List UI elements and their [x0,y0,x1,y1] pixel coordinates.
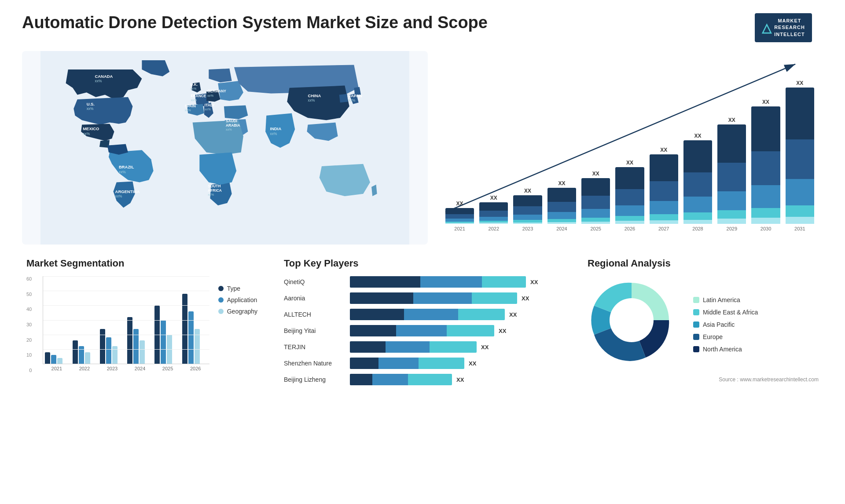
svg-text:xx%: xx% [205,107,211,111]
bar-group: XX2026 [615,160,644,231]
seg-bar-group [73,276,96,364]
svg-text:xx%: xx% [83,131,90,136]
legend-geography-dot [218,309,224,314]
svg-text:xx%: xx% [185,108,191,112]
seg-bar-group [45,276,69,364]
svg-text:xx%: xx% [270,131,277,136]
header: Automatic Drone Detection System Market … [22,13,823,42]
player-row: TERJINXX [284,341,561,353]
svg-text:xx%: xx% [190,87,196,91]
legend-type-label: Type [227,285,240,292]
bar-group: XX2028 [683,133,712,231]
svg-text:ARABIA: ARABIA [226,123,240,128]
page-title: Automatic Drone Detection System Market … [22,13,744,32]
seg-legend: Type Application Geography [218,276,257,315]
legend-geography-label: Geography [227,308,257,315]
bar-chart-container: XX2021XX2022XX2023XX2024XX2025XX2026XX20… [445,51,823,245]
bar-group: XX2023 [513,188,542,231]
regional-legend: Latin America Middle East & Africa Asia … [693,296,758,353]
logo-icon: △ [762,21,772,35]
reg-dot-mea [693,309,699,315]
svg-text:U.S.: U.S. [87,102,95,106]
reg-asia-pacific: Asia Pacific [693,321,758,328]
reg-label-latin: Latin America [703,296,740,303]
seg-bar-group [100,276,124,364]
bar-group: XX2025 [581,171,610,231]
regional-container: Regional Analysis [583,258,823,491]
players-title: Top Key Players [284,258,561,269]
top-section: CANADA xx% U.S. xx% MEXICO xx% BRAZIL xx… [22,51,823,245]
seg-bar-group [154,276,178,364]
bar-group: XX2031 [786,80,814,231]
svg-text:xx%: xx% [207,94,213,98]
svg-text:ITALY: ITALY [205,103,215,107]
segmentation-container: Market Segmentation 60 50 40 30 20 10 0 [22,258,262,491]
svg-text:xx%: xx% [87,106,94,111]
legend-application: Application [218,296,257,303]
svg-text:SPAIN: SPAIN [185,104,196,108]
bar-group: XX2029 [717,117,746,231]
svg-text:CHINA: CHINA [308,93,321,98]
svg-text:INDIA: INDIA [270,126,282,131]
reg-dot-latin [693,297,699,303]
svg-text:xx%: xx% [208,193,214,197]
seg-y-axis: 60 50 40 30 20 10 0 [26,276,34,373]
bar-group: XX2030 [751,99,780,231]
players-container: Top Key Players QinetiQXXAaroniaXXALLTEC… [275,258,570,491]
player-row: Beijing YitaiXX [284,325,561,336]
svg-text:GERMANY: GERMANY [207,89,226,93]
seg-bar-group [127,276,151,364]
seg-bar-group [182,276,206,364]
svg-text:xx%: xx% [226,128,232,131]
reg-label-mea: Middle East & Africa [703,309,758,316]
seg-x-labels: 2021 2022 2023 2024 2025 2026 [43,366,209,371]
reg-label-apac: Asia Pacific [703,321,735,328]
reg-north-america: North America [693,346,758,353]
logo-box: △ MARKETRESEARCHINTELLECT [755,13,812,42]
player-row: Shenzhen NatureXX [284,358,561,369]
svg-text:xx%: xx% [119,170,126,174]
seg-bars-inner [45,276,206,364]
svg-text:MEXICO: MEXICO [83,126,99,131]
seg-bars-area [43,276,209,364]
source-text: Source : www.marketresearchintellect.com [588,376,819,383]
reg-dot-na [693,346,699,352]
logo-area: △ MARKETRESEARCHINTELLECT [744,13,823,42]
svg-text:FRANCE: FRANCE [191,94,206,98]
svg-text:JAPAN: JAPAN [349,93,362,98]
segmentation-title: Market Segmentation [26,258,257,269]
reg-middle-east: Middle East & Africa [693,309,758,316]
reg-dot-europe [693,334,699,340]
svg-text:xx%: xx% [191,98,197,102]
legend-type-dot [218,286,224,291]
bar-group: XX2021 [445,201,474,231]
bar-chart-inner: XX2021XX2022XX2023XX2024XX2025XX2026XX20… [445,86,814,245]
svg-point-34 [610,298,654,342]
seg-chart-area: 60 50 40 30 20 10 0 [26,276,257,373]
player-row: Beijing LizhengXX [284,374,561,385]
svg-text:xx%: xx% [115,194,122,198]
player-row: ALLTECHXX [284,309,561,320]
bar-group: XX2024 [547,180,576,231]
regional-title: Regional Analysis [588,258,819,269]
bar-group: XX2022 [479,195,508,231]
logo-text-main: MARKETRESEARCHINTELLECT [774,18,805,38]
bar-group: XX2027 [650,147,678,231]
donut-chart [588,276,684,373]
reg-latin-america: Latin America [693,296,758,303]
svg-text:ARGENTINA: ARGENTINA [115,189,140,194]
canada-label: CANADA [95,74,113,79]
svg-text:AFRICA: AFRICA [208,188,222,193]
donut-svg [588,276,676,364]
reg-dot-apac [693,321,699,328]
legend-type: Type [218,285,257,292]
reg-label-europe: Europe [703,333,723,340]
world-map-svg: CANADA xx% U.S. xx% MEXICO xx% BRAZIL xx… [22,51,428,245]
svg-text:BRAZIL: BRAZIL [119,164,134,169]
legend-application-label: Application [227,296,257,303]
svg-text:U.K.: U.K. [190,82,198,87]
donut-area: Latin America Middle East & Africa Asia … [588,276,819,373]
svg-text:xx%: xx% [308,98,315,102]
reg-europe: Europe [693,333,758,340]
legend-application-dot [218,297,224,303]
